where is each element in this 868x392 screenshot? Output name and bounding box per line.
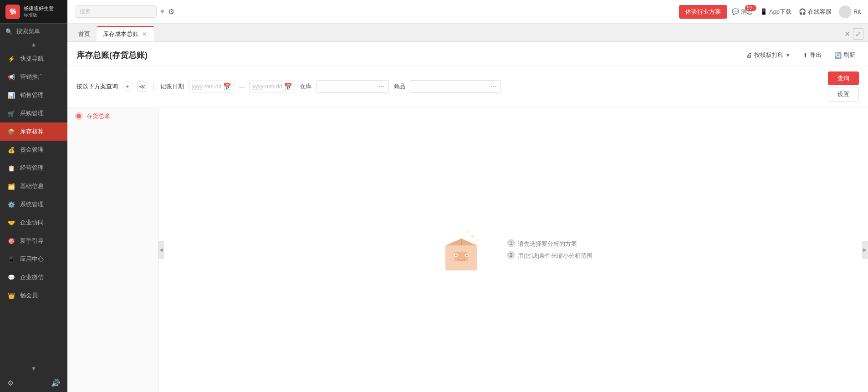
filter-divider [153, 82, 154, 91]
purchase-icon: 🛒 [7, 109, 15, 117]
topbar-search-area: 搜索 ▼ ⚙ [75, 5, 674, 18]
calendar-end-icon: 📅 [284, 83, 292, 90]
member-icon: 👑 [7, 291, 15, 300]
date-start-input[interactable]: yyyy-mm-dd 📅 [189, 81, 234, 92]
sidebar-item-finance[interactable]: 💰 资金管理 [0, 141, 67, 159]
sales-icon: 📊 [7, 91, 15, 99]
service-icon: 🎧 [799, 8, 806, 15]
search-menu[interactable]: 🔍 搜索菜单 [0, 24, 67, 39]
tab-close-icon[interactable]: ✕ [141, 31, 148, 37]
quick-nav-icon: ⚡ [7, 55, 15, 63]
chevron-down-icon[interactable]: ▼ [159, 8, 165, 15]
main-area: 搜索 ▼ ⚙ 体验行业方案 💬 消息 99+ 📱 App下载 🎧 在线客服 Ri… [67, 0, 868, 392]
svg-point-7 [455, 255, 457, 256]
avatar-image [839, 5, 852, 18]
expand-icon[interactable]: ⤢ [853, 28, 863, 40]
logo-text: 畅捷通好生意 标准版 [24, 5, 54, 18]
page-header: 库存总账(存货总账) 🖨 按模板打印 ▼ ⬆ 导出 🔄 刷新 [67, 42, 868, 66]
finance-icon: 💰 [7, 146, 15, 154]
date-end-input[interactable]: yyyy-mm-dd 📅 [249, 81, 295, 92]
system-icon: ⚙️ [7, 200, 15, 209]
empty-text: 1 请先选择要分析的方案 2 用[过滤]条件来缩小分析范围 [507, 238, 592, 262]
sidebar-item-basic[interactable]: 🗂️ 基础信息 [0, 177, 67, 195]
app-download-btn[interactable]: 📱 App下载 [760, 8, 791, 16]
sidebar-item-inventory[interactable]: 📦 库存核算 [0, 122, 67, 141]
sidebar-item-wechat[interactable]: 💬 企业微信 [0, 268, 67, 286]
online-service-btn[interactable]: 🎧 在线客服 [799, 8, 832, 16]
sidebar-nav: ⚡ 快捷导航 📢 营销推广 📊 销售管理 🛒 采购管理 📦 库存核算 💰 资金管… [0, 50, 67, 363]
logo-icon: 畅 [5, 5, 20, 19]
product-label: 商品 [393, 82, 405, 91]
sidebar-item-operations[interactable]: 📋 经营管理 [0, 159, 67, 177]
sidebar-item-marketing[interactable]: 📢 营销推广 [0, 68, 67, 86]
scroll-down-btn[interactable]: ▼ [0, 363, 67, 374]
operations-icon: 📋 [7, 164, 15, 172]
svg-point-10 [467, 231, 469, 233]
app-icon: 📱 [760, 8, 767, 15]
industry-btn[interactable]: 体验行业方案 [679, 5, 727, 19]
print-btn[interactable]: 🖨 按模板打印 ▼ [743, 49, 794, 61]
filter-add-btn[interactable]: + [123, 81, 133, 92]
gear-icon[interactable]: ⚙ [168, 7, 174, 16]
export-btn[interactable]: ⬆ 导出 [799, 49, 825, 61]
svg-point-0 [77, 114, 81, 118]
messages-btn[interactable]: 💬 消息 99+ [732, 8, 753, 16]
sidebar-item-cooperation[interactable]: 🤝 企业协同 [0, 214, 67, 232]
date-separator: — [239, 83, 245, 90]
message-icon: 💬 [732, 8, 739, 15]
scheme-icon [75, 112, 83, 120]
step-2-num: 2 [507, 251, 515, 259]
inventory-icon: 📦 [7, 127, 15, 136]
query-btn[interactable]: 查询 [828, 71, 859, 85]
guide-icon: 🎯 [7, 237, 15, 245]
calendar-start-icon: 📅 [223, 83, 231, 90]
filter-bar: 按以下方案查询 + ≪ 记账日期 yyyy-mm-dd 📅 — yyyy-mm-… [67, 66, 868, 107]
empty-state: 1 请先选择要分析的方案 2 用[过滤]条件来缩小分析范围 [158, 107, 868, 392]
sidebar-item-system[interactable]: ⚙️ 系统管理 [0, 195, 67, 214]
speaker-icon[interactable]: 🔊 [51, 379, 60, 387]
sidebar-item-quick-nav[interactable]: ⚡ 快捷导航 [0, 50, 67, 68]
basic-icon: 🗂️ [7, 182, 15, 190]
topbar-search-box[interactable]: 搜索 [75, 5, 157, 18]
sidebar: 畅 畅捷通好生意 标准版 🔍 搜索菜单 ▲ ⚡ 快捷导航 📢 营销推广 📊 销售… [0, 0, 67, 392]
tab-inventory-ledger[interactable]: 库存成本总账 ✕ [97, 26, 154, 41]
cooperation-icon: 🤝 [7, 219, 15, 227]
svg-point-11 [476, 239, 478, 241]
filter-close-btn[interactable]: ≪ [137, 81, 147, 92]
product-more-icon: ··· [490, 82, 496, 91]
close-panel-icon[interactable]: ✕ [844, 30, 850, 38]
filter-label: 按以下方案查询 [77, 82, 118, 91]
topbar: 搜索 ▼ ⚙ 体验行业方案 💬 消息 99+ 📱 App下载 🎧 在线客服 Ri… [67, 0, 868, 24]
step-1: 1 请先选择要分析的方案 [507, 238, 592, 250]
refresh-icon: 🔄 [834, 52, 842, 59]
sidebar-item-apps[interactable]: 📱 应用中心 [0, 250, 67, 268]
sidebar-item-member[interactable]: 👑 畅会员 [0, 286, 67, 305]
app-logo: 畅 畅捷通好生意 标准版 [0, 0, 67, 24]
sidebar-item-purchase[interactable]: 🛒 采购管理 [0, 104, 67, 122]
page-header-actions: 🖨 按模板打印 ▼ ⬆ 导出 🔄 刷新 [743, 49, 859, 61]
main-body: 存货总账 ◀ [67, 107, 868, 392]
warehouse-more-icon: ··· [378, 82, 384, 91]
scheme-panel-close-btn[interactable]: ◀ [158, 241, 164, 259]
marketing-icon: 📢 [7, 73, 15, 81]
tab-home[interactable]: 首页 [72, 27, 97, 41]
scheme-item-inventory-ledger[interactable]: 存货总账 [67, 107, 158, 125]
scroll-up-btn[interactable]: ▲ [0, 39, 67, 50]
settings-btn[interactable]: 设置 [828, 87, 859, 102]
settings-icon[interactable]: ⚙ [7, 379, 14, 387]
sidebar-item-guide[interactable]: 🎯 新手引导 [0, 232, 67, 250]
filter-right-btns: 查询 设置 [828, 71, 859, 102]
product-select[interactable]: ··· [410, 80, 501, 93]
warehouse-label: 仓库 [300, 82, 311, 91]
sidebar-footer: ⚙ 🔊 [0, 374, 67, 392]
sidebar-item-sales[interactable]: 📊 销售管理 [0, 86, 67, 104]
topbar-right: 💬 消息 99+ 📱 App下载 🎧 在线客服 Rit [732, 5, 861, 18]
refresh-btn[interactable]: 🔄 刷新 [831, 49, 859, 61]
apps-icon: 📱 [7, 255, 15, 263]
warehouse-select[interactable]: ··· [316, 80, 389, 93]
user-avatar[interactable]: Rit [839, 5, 861, 18]
right-expand-btn[interactable]: ▶ [862, 241, 868, 259]
wechat-icon: 💬 [7, 273, 15, 281]
search-icon: 🔍 [5, 28, 13, 35]
tabbar: 首页 库存成本总账 ✕ ✕ ⤢ [67, 24, 868, 42]
